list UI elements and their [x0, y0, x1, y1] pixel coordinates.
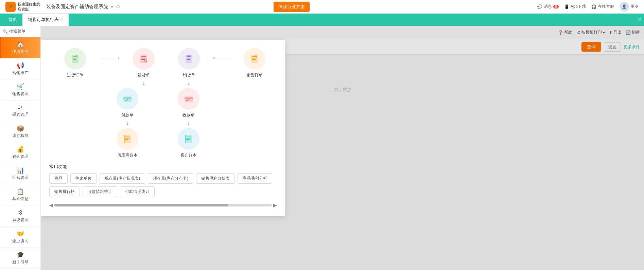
svg-marker-8 — [212, 57, 215, 59]
svg-rect-19 — [124, 135, 125, 143]
customer-ledger-circle — [178, 128, 199, 150]
sidebar-item-newbie[interactable]: 🎓 新手引导 — [0, 248, 40, 269]
sidebar-icon-purchase: 🛍 — [17, 104, 23, 111]
svg-rect-0 — [72, 55, 79, 63]
payment-label: 付款单 — [121, 112, 134, 118]
arrow-down-purchase: ↓ — [142, 79, 145, 87]
online-service-item[interactable]: 🎧 在线客服 — [591, 4, 614, 10]
payment-circle: ¥ — [117, 88, 138, 110]
flow-node-sales-order: 销售订单 — [232, 48, 277, 78]
receipt-circle: ¥ — [178, 88, 199, 110]
sidebar-item-marketing[interactable]: 📢 营销推广 — [0, 58, 40, 79]
user-item[interactable]: 👤 用友 — [620, 2, 639, 12]
arrow-left-1 — [211, 56, 232, 60]
supplier-ledger-circle — [117, 128, 138, 150]
supplier-ledger-label: 供应商账本 — [117, 152, 138, 158]
sidebar-icon-basic-info: 📋 — [17, 188, 24, 195]
sidebar-icon-system: ⚙ — [18, 209, 23, 216]
search-icon: 🔍 — [3, 29, 8, 34]
top-bar: 🌿 畅康通好生意 店管版 装备及固定资产辅助管理系统 ▾ ⚙ 体验行业方案 💬 … — [0, 0, 644, 14]
flow-node-customer-ledger: 客户账本 — [165, 128, 212, 158]
common-functions-title: 常用功能 — [49, 164, 277, 170]
logo-text: 畅康通好生意 店管版 — [18, 2, 40, 12]
avatar: 👤 — [620, 2, 629, 12]
purchase-label: 进货单 — [138, 72, 150, 78]
tab-close-icon[interactable]: × — [61, 17, 63, 22]
sidebar-icon-inventory: 📦 — [17, 125, 24, 132]
popup-scrollbar: ◀ ▶ — [49, 202, 277, 208]
sidebar-icon-marketing: 📢 — [17, 62, 24, 69]
flow-node-receipt: ¥ 收款单 ↓ — [165, 88, 212, 128]
main-layout: 🔍 搜索菜单 🏠 快捷导航 📢 营销推广 🛒 销售管理 🛍 采购管理 📦 库存核… — [0, 26, 644, 270]
receipt-label: 收款单 — [182, 112, 195, 118]
sidebar-icon-operations: 📊 — [17, 167, 24, 174]
svg-text:¥: ¥ — [127, 98, 128, 101]
system-title: 装备及固定资产辅助管理系统 ▾ ⚙ — [46, 4, 274, 10]
message-badge: 6 — [553, 5, 559, 8]
flow-node-purchase-order: 进货订单 — [49, 48, 101, 78]
content-area: ❓ 帮助 🖨 按模板打印 ▾ ⬆ 导出 🔄 刷新 📅 — 📅 — [41, 26, 644, 270]
sidebar-item-purchase[interactable]: 🛍 采购管理 — [0, 101, 40, 121]
func-row-2: 销售排行榜 收款情况统计 付款情况统计 — [49, 186, 277, 197]
sales-label: 销货单 — [183, 72, 195, 78]
func-row-1: 商品 往来单位 现存量(库存状况表) 现存量(库存分布表) 销售毛利分析表 商品… — [49, 173, 277, 184]
search-menu[interactable]: 🔍 搜索菜单 — [0, 26, 40, 37]
app-download-item[interactable]: 📱 App下载 — [564, 4, 586, 10]
sidebar-icon-finance: 💰 — [17, 146, 24, 153]
func-btn-product-profit[interactable]: 商品毛利分析 — [238, 173, 272, 184]
sidebar-item-enterprise[interactable]: 🤝 企业协同 — [0, 227, 40, 248]
sales-order-circle — [244, 48, 265, 70]
flow-node-payment: ¥ 付款单 ↓ — [104, 88, 151, 128]
scroll-track[interactable] — [54, 204, 272, 206]
sidebar-item-system[interactable]: ⚙ 系统管理 — [0, 205, 40, 227]
phone-icon: 📱 — [564, 4, 569, 9]
arrow-down-payment: ↓ — [126, 120, 129, 127]
close-all-tabs-icon[interactable]: × — [638, 17, 641, 23]
customer-ledger-label: 客户账本 — [180, 152, 197, 158]
func-btn-product[interactable]: 商品 — [49, 173, 68, 184]
scroll-left-btn[interactable]: ◀ — [49, 202, 53, 208]
purchase-circle — [133, 48, 155, 70]
trial-button[interactable]: 体验行业方案 — [274, 2, 310, 12]
func-btn-payment-stats[interactable]: 付款情况统计 — [120, 186, 155, 197]
func-btn-receipt-stats[interactable]: 收款情况统计 — [83, 186, 117, 197]
message-icon: 💬 — [537, 4, 542, 9]
settings-icon[interactable]: ⚙ — [116, 4, 120, 10]
svg-rect-21 — [185, 135, 186, 143]
arrow-down-receipt: ↓ — [187, 120, 190, 127]
svg-text:¥: ¥ — [188, 98, 189, 101]
logo-icon: 🌿 — [5, 2, 16, 12]
sidebar-item-operations[interactable]: 📊 经营管理 — [0, 163, 40, 184]
logo-area: 🌿 畅康通好生意 店管版 — [5, 2, 46, 12]
scroll-right-btn[interactable]: ▶ — [273, 202, 277, 208]
dropdown-icon[interactable]: ▾ — [111, 4, 113, 10]
popup-box: 进货订单 进货单 — [41, 39, 285, 216]
sidebar-icon-enterprise: 🤝 — [17, 230, 24, 237]
flow-node-sales: 销货单 ↓ — [166, 48, 211, 88]
sidebar-item-basic-info[interactable]: 📋 基础信息 — [0, 184, 40, 205]
nav-tabs: 首页 销售订单执行表 × × — [0, 14, 644, 26]
tab-home[interactable]: 首页 — [3, 14, 22, 26]
sidebar-icon-quick-nav: 🏠 — [17, 41, 24, 48]
arrow-right-1 — [101, 56, 121, 60]
tab-sales-order[interactable]: 销售订单执行表 × — [22, 14, 69, 26]
func-btn-stock-dist[interactable]: 现存量(库存分布表) — [148, 173, 193, 184]
sidebar-icon-sales: 🛒 — [17, 83, 24, 90]
purchase-order-label: 进货订单 — [67, 72, 83, 78]
arrow-down-sales: ↓ — [187, 79, 190, 87]
func-btn-sales-rank[interactable]: 销售排行榜 — [49, 186, 80, 197]
sidebar-item-finance[interactable]: 💰 资金管理 — [0, 142, 40, 163]
flow-node-supplier-ledger: 供应商账本 — [104, 128, 151, 158]
top-right-area: 💬 消息 6 📱 App下载 🎧 在线客服 👤 用友 — [537, 2, 639, 12]
sidebar-item-inventory[interactable]: 📦 库存核算 — [0, 121, 40, 142]
func-btn-partner[interactable]: 往来单位 — [70, 173, 97, 184]
flow-node-purchase: 进货单 ↓ — [121, 48, 167, 88]
svg-rect-6 — [187, 55, 191, 57]
sidebar-item-quick-nav[interactable]: 🏠 快捷导航 — [0, 37, 40, 58]
sidebar-item-sales[interactable]: 🛒 销售管理 — [0, 79, 40, 101]
message-item[interactable]: 💬 消息 6 — [537, 4, 559, 10]
func-btn-stock-status[interactable]: 现存量(库存状况表) — [100, 173, 145, 184]
sidebar: 🔍 搜索菜单 🏠 快捷导航 📢 营销推广 🛒 销售管理 🛍 采购管理 📦 库存核… — [0, 26, 41, 270]
func-btn-sales-profit[interactable]: 销售毛利分析表 — [196, 173, 235, 184]
purchase-order-circle — [64, 48, 86, 70]
